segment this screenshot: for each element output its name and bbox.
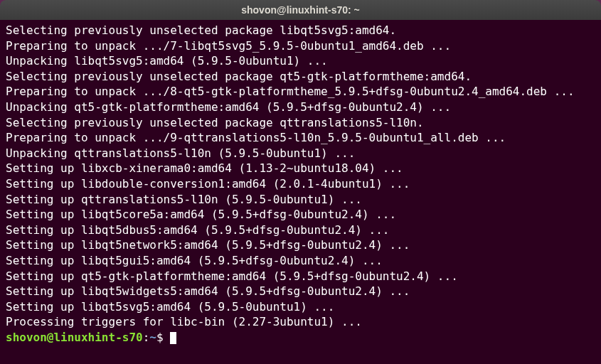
terminal-output-line: Setting up libqt5widgets5:amd64 (5.9.5+d… <box>6 284 595 299</box>
terminal-output-line: Processing triggers for libc-bin (2.27-3… <box>6 314 595 330</box>
terminal-output-line: Preparing to unpack .../7-libqt5svg5_5.9… <box>6 38 595 54</box>
prompt-path: ~ <box>149 331 156 344</box>
terminal-output-line: Selecting previously unselected package … <box>6 69 595 85</box>
terminal-output-line: Unpacking libqt5svg5:amd64 (5.9.5-0ubunt… <box>6 53 595 69</box>
terminal-window: shovon@linuxhint-s70: ~ Selecting previo… <box>0 0 601 364</box>
terminal-output-line: Preparing to unpack .../9-qttranslations… <box>6 130 595 146</box>
prompt-dollar: $ <box>156 331 170 344</box>
terminal-output-line: Setting up qttranslations5-l10n (5.9.5-0… <box>6 192 595 208</box>
terminal-output-line: Selecting previously unselected package … <box>6 115 595 131</box>
terminal-output-line: Setting up libqt5gui5:amd64 (5.9.5+dfsg-… <box>6 253 595 269</box>
terminal-output-line: Setting up libqt5network5:amd64 (5.9.5+d… <box>6 237 595 253</box>
terminal-output-line: Unpacking qt5-gtk-platformtheme:amd64 (5… <box>6 100 595 115</box>
terminal-output-line: Selecting previously unselected package … <box>6 23 595 38</box>
terminal-output-line: Unpacking qttranslations5-l10n (5.9.5-0u… <box>6 146 595 161</box>
terminal-prompt[interactable]: shovon@linuxhint-s70:~$ <box>6 330 595 346</box>
prompt-user: shovon <box>6 331 47 344</box>
terminal-body[interactable]: Selecting previously unselected package … <box>0 20 601 364</box>
terminal-output-line: Preparing to unpack .../8-qt5-gtk-platfo… <box>6 84 595 100</box>
terminal-output-line: Setting up libxcb-xinerama0:amd64 (1.13-… <box>6 161 595 176</box>
terminal-output-line: Setting up libqt5core5a:amd64 (5.9.5+dfs… <box>6 207 595 223</box>
terminal-output-line: Setting up qt5-gtk-platformtheme:amd64 (… <box>6 269 595 284</box>
prompt-at: @ <box>47 331 54 344</box>
prompt-host: linuxhint-s70 <box>53 331 142 344</box>
window-title: shovon@linuxhint-s70: ~ <box>241 4 360 16</box>
terminal-output-line: Setting up libdouble-conversion1:amd64 (… <box>6 176 595 192</box>
terminal-output-line: Setting up libqt5svg5:amd64 (5.9.5-0ubun… <box>6 299 595 315</box>
prompt-colon: : <box>143 331 150 344</box>
titlebar[interactable]: shovon@linuxhint-s70: ~ <box>0 0 601 20</box>
cursor-icon <box>170 332 176 344</box>
terminal-output-line: Setting up libqt5dbus5:amd64 (5.9.5+dfsg… <box>6 223 595 238</box>
